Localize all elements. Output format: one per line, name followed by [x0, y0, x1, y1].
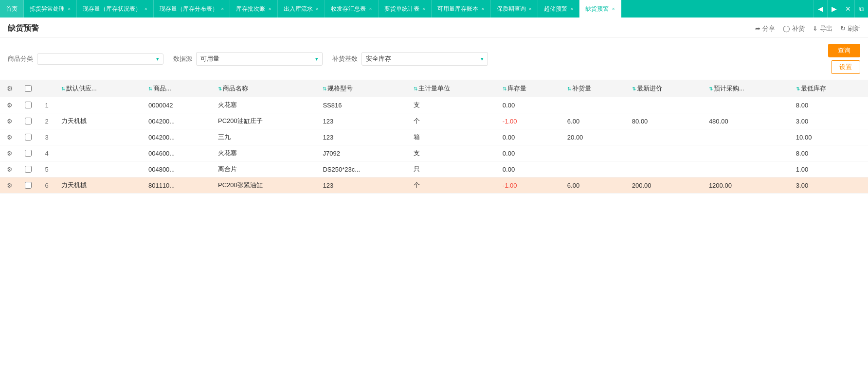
row-stock-3: 0.00: [498, 145, 562, 161]
row-gear-cell-0[interactable]: ⚙: [0, 97, 19, 113]
col-header-supplier[interactable]: ⇅默认供应...: [56, 80, 144, 97]
row-gear-cell-4[interactable]: ⚙: [0, 161, 19, 177]
row-checkbox-0[interactable]: [25, 102, 32, 108]
tab-label-inventory-status: 现存量（库存状况表）: [83, 5, 141, 13]
row-checkbox-cell-1[interactable]: [19, 113, 37, 129]
row-replenish-4: [562, 161, 627, 177]
share-label: 分享: [762, 24, 775, 33]
tab-close-button[interactable]: ✕: [841, 0, 854, 18]
row-gear-cell-2[interactable]: ⚙: [0, 129, 19, 145]
col-label-replenish: 补货量: [572, 85, 591, 92]
row-checkbox-3[interactable]: [25, 150, 32, 157]
col-label-min_stock: 最低库存: [801, 85, 826, 92]
col-label-unit: 主计量单位: [418, 85, 450, 92]
tab-close-available-ledger[interactable]: ×: [481, 6, 484, 12]
row-checkbox-cell-3[interactable]: [19, 145, 37, 161]
row-checkbox-1[interactable]: [25, 118, 32, 124]
tab-close-overstock[interactable]: ×: [570, 6, 573, 12]
col-label-spec: 规格型号: [327, 85, 353, 92]
datasource-select[interactable]: 可用量 ▾: [196, 52, 323, 66]
col-header-gear[interactable]: ⚙: [0, 80, 19, 97]
sort-icon-spec: ⇅: [323, 86, 326, 91]
row-unit-2: 箱: [409, 129, 498, 145]
tab-close-order-stats[interactable]: ×: [422, 6, 425, 12]
row-gear-icon: ⚙: [7, 134, 13, 141]
row-gear-cell-5[interactable]: ⚙: [0, 177, 19, 194]
tab-prev-button[interactable]: ◀: [814, 0, 827, 18]
row-product-name-5: PC200张紧油缸: [213, 177, 318, 194]
category-select[interactable]: ▾: [37, 53, 163, 65]
sort-icon-product_name: ⇅: [218, 86, 222, 91]
select-all-checkbox[interactable]: [25, 85, 32, 92]
col-header-estimated_purchase[interactable]: ⇅预计采购...: [704, 80, 791, 97]
row-checkbox-4[interactable]: [25, 166, 32, 173]
row-checkbox-cell-4[interactable]: [19, 161, 37, 177]
replenish-action[interactable]: ◯ 补货: [783, 24, 805, 33]
tab-home[interactable]: 首页: [0, 0, 24, 18]
tab-close-inout-flow[interactable]: ×: [316, 6, 319, 12]
tab-batch-account[interactable]: 库存批次账 ×: [230, 0, 277, 18]
row-checkbox-cell-0[interactable]: [19, 97, 37, 113]
tab-order-stats[interactable]: 要货单统计表 ×: [379, 0, 432, 18]
tab-available-ledger[interactable]: 可用量库存账本 ×: [432, 0, 490, 18]
row-checkbox-cell-2[interactable]: [19, 129, 37, 145]
tab-next-button[interactable]: ▶: [827, 0, 841, 18]
row-checkbox-cell-5[interactable]: [19, 177, 37, 194]
row-supplier-0: [56, 97, 144, 113]
tab-abnormal[interactable]: 拣货异常处理 ×: [24, 0, 77, 18]
row-unit-3: 支: [409, 145, 498, 161]
tab-label-available-ledger: 可用量库存账本: [437, 5, 478, 13]
export-icon: ⇓: [813, 25, 818, 32]
tab-inventory-dist[interactable]: 现存量（库存分布表） ×: [154, 0, 230, 18]
refresh-action[interactable]: ↻ 刷新: [840, 24, 860, 33]
tab-label-batch-account: 库存批次账: [236, 5, 265, 13]
row-supplier-5: 力天机械: [56, 177, 144, 194]
row-checkbox-2[interactable]: [25, 134, 32, 141]
col-header-product_code[interactable]: ⇅商品...: [144, 80, 213, 97]
row-spec-4: DS250*23c...: [318, 161, 408, 177]
tab-bar: 首页拣货异常处理 ×现存量（库存状况表） ×现存量（库存分布表） ×库存批次账 …: [0, 0, 868, 18]
tab-receipt-summary[interactable]: 收发存汇总表 ×: [325, 0, 378, 18]
tab-close-shortage[interactable]: ×: [612, 6, 615, 12]
tab-close-inventory-dist[interactable]: ×: [221, 6, 224, 12]
tab-close-expiry-query[interactable]: ×: [529, 6, 532, 12]
col-header-unit[interactable]: ⇅主计量单位: [409, 80, 498, 97]
tab-expand-button[interactable]: ⧉: [854, 0, 868, 18]
tab-overstock[interactable]: 超储预警 ×: [538, 0, 579, 18]
datasource-select-value: 可用量: [200, 54, 219, 63]
row-stock-5: -1.00: [498, 177, 562, 194]
tab-expiry-query[interactable]: 保质期查询 ×: [491, 0, 538, 18]
tab-close-receipt-summary[interactable]: ×: [369, 6, 372, 12]
sort-icon-stock: ⇅: [503, 86, 506, 91]
tab-shortage[interactable]: 缺货预警 ×: [579, 0, 621, 18]
share-action[interactable]: ➦ 分享: [755, 24, 775, 33]
tab-inout-flow[interactable]: 出入库流水 ×: [278, 0, 325, 18]
replenish-base-select-value: 安全库存: [366, 54, 391, 63]
table-row: ⚙2力天机械004200...PC200油缸庄子123个-1.006.0080.…: [0, 113, 868, 129]
col-header-checkbox[interactable]: [19, 80, 37, 97]
col-header-replenish[interactable]: ⇅补货量: [562, 80, 627, 97]
row-index-4: 5: [37, 161, 56, 177]
tab-inventory-status[interactable]: 现存量（库存状况表） ×: [77, 0, 153, 18]
row-product-name-3: 火花塞: [213, 145, 318, 161]
category-filter-group: 商品分类 ▾: [8, 53, 163, 65]
row-unit-0: 支: [409, 97, 498, 113]
query-button[interactable]: 查询: [828, 44, 860, 57]
tab-close-batch-account[interactable]: ×: [268, 6, 271, 12]
tab-close-inventory-status[interactable]: ×: [144, 6, 147, 12]
col-header-min_stock[interactable]: ⇅最低库存: [791, 80, 868, 97]
row-gear-cell-1[interactable]: ⚙: [0, 113, 19, 129]
export-action[interactable]: ⇓ 导出: [813, 24, 832, 33]
replenish-base-select[interactable]: 安全库存 ▾: [362, 52, 488, 66]
col-header-stock[interactable]: ⇅库存量: [498, 80, 562, 97]
col-header-latest_price[interactable]: ⇅最新进价: [627, 80, 704, 97]
col-header-product_name[interactable]: ⇅商品名称: [213, 80, 318, 97]
row-stock-1: -1.00: [498, 113, 562, 129]
row-checkbox-5[interactable]: [25, 182, 32, 189]
col-header-spec[interactable]: ⇅规格型号: [318, 80, 408, 97]
replenish-label: 补货: [792, 24, 805, 33]
row-gear-cell-3[interactable]: ⚙: [0, 145, 19, 161]
row-min-stock-3: 8.00: [791, 145, 868, 161]
settings-button[interactable]: 设置: [831, 60, 860, 74]
tab-close-abnormal[interactable]: ×: [68, 6, 71, 12]
